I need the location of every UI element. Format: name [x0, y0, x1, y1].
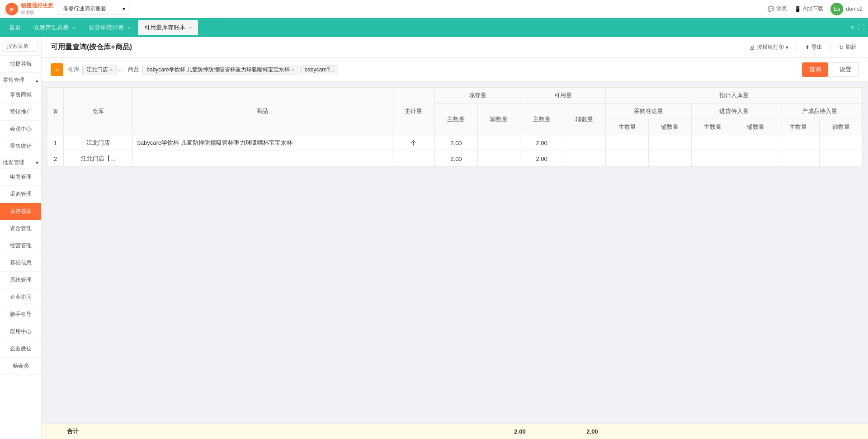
export-btn[interactable]: ⬆ 导出	[802, 42, 825, 53]
row-pt-main	[606, 135, 649, 151]
sidebar-search-area	[0, 37, 41, 56]
query-btn[interactable]: 查询	[802, 62, 828, 77]
sidebar-item-zero-mall[interactable]: 零售商城	[0, 86, 41, 104]
sidebar-item-member[interactable]: 会员中心	[0, 121, 41, 138]
download-btn[interactable]: 📱 App下载	[794, 5, 823, 13]
footer-avail-main: 2.00	[574, 428, 610, 435]
remove-warehouse-tag-btn[interactable]: ×	[110, 67, 113, 72]
remove-product-tag-0-btn[interactable]: ×	[292, 67, 294, 72]
printer-icon: 🖨	[750, 44, 755, 51]
logo-area: 好 畅捷通好生意 标准版	[5, 2, 53, 16]
sidebar-item-zero-sales[interactable]: 零售管理 ▴	[0, 73, 41, 86]
sidebar-item-zero-stats[interactable]: 零售统计	[0, 138, 41, 155]
row-main-unit: 个	[392, 135, 435, 151]
settings-btn[interactable]: 设置	[832, 62, 859, 77]
row-pp-aux	[734, 151, 777, 167]
close-icon[interactable]: ×	[127, 25, 130, 30]
warehouse-tag-0: 江北门店 ×	[82, 65, 117, 75]
warehouse-label: 仓库	[68, 66, 80, 74]
filter-toggle-btn[interactable]: »	[51, 63, 63, 76]
chevron-icon: ▾	[36, 160, 38, 166]
sidebar-item-marketing[interactable]: 营销推广	[0, 104, 41, 121]
close-icon[interactable]: ×	[72, 25, 75, 30]
th-pt-aux: 辅数量	[649, 119, 692, 135]
table-row: 2 江北门店【... 2.00 2.00	[47, 151, 863, 167]
sidebar-item-enterprise-wechat[interactable]: 企业微信	[0, 340, 41, 358]
row-pt-aux	[649, 151, 692, 167]
industry-selector-value: 母婴行业演示账套	[63, 5, 106, 13]
sidebar-item-member2[interactable]: 畅会员	[0, 358, 41, 375]
row-product	[132, 151, 392, 167]
print-btn[interactable]: 🖨 按模板打印 ▾	[747, 42, 791, 53]
industry-selector[interactable]: 母婴行业演示账套 ▾	[58, 3, 130, 15]
sidebar-item-sys-mgmt[interactable]: 系统管理	[0, 272, 41, 289]
th-prod-aux: 辅数量	[820, 119, 863, 135]
table-area: ⚙ 仓库 商品 主计量 现存量 可用量 预计入库量 主数量 辅数量 主数量 辅数…	[42, 82, 868, 423]
close-all-btn[interactable]: ×	[850, 24, 854, 32]
header-actions: 🖨 按模板打印 ▾ ⬆ 导出 ↻ 刷新	[747, 42, 859, 53]
close-icon[interactable]: ×	[189, 25, 192, 30]
tab-shoufacun[interactable]: 收发存汇总表 ×	[27, 20, 81, 35]
product-tag-1: babycare?...	[300, 65, 338, 74]
footer-stock-main: 2.00	[502, 428, 538, 435]
nav-tabs: 首页 收发存汇总表 × 要货单统计表 × 可用量库存账本 × × ⛶	[0, 18, 868, 37]
divider	[797, 44, 797, 51]
row-avail-aux	[563, 151, 606, 167]
row-prod-aux	[820, 151, 863, 167]
sidebar-item-app-center[interactable]: 应用中心	[0, 323, 41, 340]
user-area[interactable]: Ea demo2	[830, 3, 863, 15]
sidebar-item-ecom-mgmt[interactable]: 电商管理	[0, 169, 41, 186]
th-pt-main: 主数量	[606, 119, 649, 135]
sidebar-item-purchase-mgmt[interactable]: 采购管理	[0, 186, 41, 203]
filter-action-btns: 查询 设置	[802, 62, 859, 77]
expand-btn[interactable]: ⛶	[858, 24, 864, 31]
sidebar-item-finance[interactable]: 资金管理	[0, 220, 41, 237]
row-avail-main: 2.00	[520, 151, 563, 167]
data-table: ⚙ 仓库 商品 主计量 现存量 可用量 预计入库量 主数量 辅数量 主数量 辅数…	[47, 87, 863, 167]
footer-label: 合计	[67, 427, 103, 435]
th-pp-main: 主数量	[691, 119, 734, 135]
msg-btn[interactable]: 💬 消息	[768, 5, 787, 13]
tab-yaohuo[interactable]: 要货单统计表 ×	[82, 20, 137, 35]
print-label: 按模板打印	[757, 43, 784, 51]
content-area: 可用量查询(按仓库+商品) 🖨 按模板打印 ▾ ⬆ 导出 ↻ 刷新	[42, 37, 868, 439]
search-input[interactable]	[3, 41, 38, 52]
th-settings: ⚙	[47, 88, 64, 135]
row-stock-aux	[477, 135, 520, 151]
tab-yaohuo-label: 要货单统计表	[89, 24, 124, 32]
nav-right-actions: × ⛶	[850, 24, 864, 32]
sidebar-item-inventory[interactable]: 库存核算	[0, 203, 41, 220]
warehouse-tags: 江北门店 × ···	[82, 65, 123, 75]
sidebar-item-batch-mgmt[interactable]: 批发管理 ▾	[0, 155, 41, 169]
logo-subtitle: 标准版	[21, 9, 53, 16]
sidebar-item-basic-info[interactable]: 基础信息	[0, 255, 41, 272]
tab-home[interactable]: 首页	[4, 20, 26, 35]
refresh-btn[interactable]: ↻ 刷新	[836, 42, 859, 53]
home-label: 首页	[9, 24, 21, 32]
sidebar-item-new-guide[interactable]: 新手引导	[0, 306, 41, 323]
download-label: App下载	[803, 5, 823, 13]
row-stock-aux	[477, 151, 520, 167]
row-pt-aux	[649, 135, 692, 151]
row-pp-main	[691, 135, 734, 151]
message-icon: 💬	[768, 6, 774, 12]
th-current-stock: 现存量	[435, 88, 520, 104]
table-row: 1 江北门店 babycare学饮杯 儿童防摔防撞吸管杯重力球吸嘴杯宝宝水杯 个…	[47, 135, 863, 151]
more-filter-btn[interactable]: ···	[118, 66, 123, 73]
product-tag-value-0: babycare学饮杯 儿童防摔防撞吸管杯重力球吸嘴杯宝宝水杯	[146, 66, 290, 74]
download-icon: 📱	[794, 6, 801, 12]
logo-icon: 好	[5, 3, 18, 15]
row-warehouse: 江北门店	[64, 135, 133, 151]
tab-kekuyucun[interactable]: 可用量库存账本 ×	[138, 20, 198, 35]
sidebar-item-enterprise[interactable]: 企业协同	[0, 289, 41, 306]
th-product-pending: 产成品待入量	[777, 104, 862, 119]
sidebar-item-quick-nav[interactable]: 快捷导航	[0, 56, 41, 73]
sidebar: 快捷导航 零售管理 ▴ 零售商城 营销推广 会员中心 零售统计 批发管理 ▾ 电…	[0, 37, 42, 439]
chevron-down-icon: ▾	[786, 44, 788, 51]
row-stock-main: 2.00	[435, 151, 478, 167]
logo-title: 畅捷通好生意	[21, 2, 53, 9]
export-icon: ⬆	[805, 44, 810, 51]
row-prod-aux	[820, 135, 863, 151]
sidebar-item-operations[interactable]: 经营管理	[0, 237, 41, 255]
tab-shoufacun-label: 收发存汇总表	[33, 24, 69, 32]
